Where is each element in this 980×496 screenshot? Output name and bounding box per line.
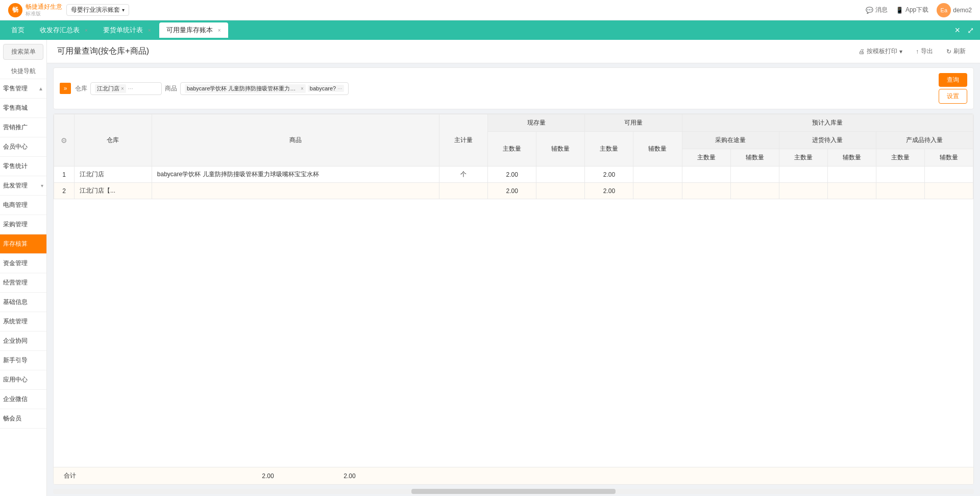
export-icon: ↑ (916, 48, 919, 55)
col-settings-header[interactable]: ⚙ (54, 114, 75, 167)
page-header: 可用量查询(按仓库+商品) 🖨 按模板打印 ▾ ↑ 导出 ↻ 刷新 (47, 40, 980, 63)
col-avail-main-header: 主数量 (585, 132, 633, 167)
sidebar-item-purchase[interactable]: 采购管理 (0, 215, 46, 234)
bottom-scrollbar[interactable] (53, 489, 974, 494)
message-btn[interactable]: 💬 消息 (866, 6, 888, 14)
tab-inventory[interactable]: 可用量库存账本 × (159, 22, 228, 38)
product-tag-2: babycare? ··· (308, 85, 345, 92)
quick-nav-btn[interactable]: 快捷导航 (0, 64, 46, 79)
query-btn[interactable]: 查询 (939, 73, 967, 87)
tab-home[interactable]: 首页 (4, 22, 32, 38)
main-layout: 搜索菜单 快捷导航 零售管理 ▲ 零售商城 营销推广 会员中心 零售统计 批发管… (0, 40, 980, 496)
sidebar-item-wechat[interactable]: 企业微信 (0, 390, 46, 409)
app-download-btn[interactable]: 📱 App下载 (896, 6, 928, 14)
row-num-1: 1 (54, 167, 75, 183)
expand-arrow-icon: ▲ (38, 86, 43, 91)
search-menu-btn[interactable]: 搜索菜单 (3, 44, 43, 60)
row-num-2: 2 (54, 183, 75, 199)
sidebar-item-retail-stats[interactable]: 零售统计 (0, 157, 46, 176)
print-template-btn[interactable]: 🖨 按模板打印 ▾ (854, 45, 906, 58)
warehouse-filter-dots[interactable]: ··· (128, 85, 133, 92)
store-name: 母婴行业演示账套 (71, 6, 120, 14)
row-current-main-2: 2.00 (488, 183, 536, 199)
product-filter-input[interactable]: babycare学饮杯 儿童防摔防撞吸管杯重力球吸嘴杯宝宝水杯 × babyca… (180, 82, 349, 95)
sidebar-item-ops[interactable]: 经营管理 (0, 273, 46, 293)
brand-name: 畅捷通好生意 (26, 3, 62, 10)
product-tag-1-value: babycare学饮杯 儿童防摔防撞吸管杯重力球吸嘴杯宝宝水杯 (187, 85, 299, 92)
row-purchase-aux-1 (730, 167, 779, 183)
expand-arrow-icon: ▾ (41, 183, 43, 188)
sidebar-item-wholesale[interactable]: 批发管理 ▾ (0, 176, 46, 196)
export-label: 导出 (921, 47, 933, 56)
product-filter-dots[interactable]: ··· (337, 85, 342, 91)
table-container: ⚙ 仓库 商品 主计量 现存量 可用量 预计入库量 主数量 辅数量 (53, 113, 974, 485)
sidebar-item-inventory-check[interactable]: 库存核算 (0, 234, 46, 254)
sidebar-item-retail-mgmt[interactable]: 零售管理 ▲ (0, 79, 46, 99)
sidebar-item-ecommerce[interactable]: 电商管理 (0, 196, 46, 215)
sidebar-item-guide[interactable]: 新手引导 (0, 351, 46, 370)
sidebar-item-finance[interactable]: 资金管理 (0, 254, 46, 273)
content-area: 可用量查询(按仓库+商品) 🖨 按模板打印 ▾ ↑ 导出 ↻ 刷新 (47, 40, 980, 496)
tab-receivable-close[interactable]: × (85, 28, 88, 33)
sidebar-search-area: 搜索菜单 (0, 40, 46, 64)
tab-order[interactable]: 要货单统计表 × (96, 22, 158, 38)
settings-btn[interactable]: 设置 (939, 89, 967, 104)
expand-tabs-btn[interactable]: ⤢ (965, 26, 976, 35)
message-label: 消息 (875, 6, 888, 14)
close-all-tabs-btn[interactable]: × (950, 25, 964, 36)
sidebar-item-enterprise[interactable]: 企业协同 (0, 332, 46, 351)
col-incoming-main-header: 主数量 (779, 149, 827, 167)
row-warehouse-2: 江北门店【... (75, 183, 152, 199)
col-purchase-main-header: 主数量 (682, 149, 730, 167)
user-avatar-btn[interactable]: Ea demo2 (937, 3, 972, 17)
row-purchase-main-2 (682, 183, 730, 199)
row-current-aux-2 (536, 183, 585, 199)
row-purchase-main-1 (682, 167, 730, 183)
col-current-stock-header: 现存量 (488, 114, 585, 132)
col-production-pending-header: 产成品待入量 (876, 132, 973, 149)
sidebar-item-vip[interactable]: 畅会员 (0, 409, 46, 429)
table-wrapper[interactable]: ⚙ 仓库 商品 主计量 现存量 可用量 预计入库量 主数量 辅数量 (54, 114, 973, 467)
print-arrow-icon: ▾ (899, 48, 902, 55)
sidebar-item-marketing[interactable]: 营销推广 (0, 118, 46, 137)
sidebar-item-retail-mall[interactable]: 零售商城 (0, 99, 46, 118)
product-tag-1-remove[interactable]: × (301, 86, 304, 91)
row-incoming-aux-2 (827, 183, 876, 199)
sidebar-item-basic[interactable]: 基础信息 (0, 293, 46, 312)
table-footer: 合计 2.00 2.00 (54, 467, 973, 484)
sidebar-item-app-center[interactable]: 应用中心 (0, 370, 46, 390)
product-tag-1: babycare学饮杯 儿童防摔防撞吸管杯重力球吸嘴杯宝宝水杯 × (185, 84, 306, 93)
app-download-label: App下载 (905, 6, 928, 14)
store-selector[interactable]: 母婴行业演示账套 ▾ (66, 4, 129, 16)
print-icon: 🖨 (859, 48, 865, 55)
row-current-main-1: 2.00 (488, 167, 536, 183)
col-product-header: 商品 (152, 114, 439, 167)
warehouse-tag-remove[interactable]: × (121, 86, 124, 91)
product-filter-label: 商品 (165, 84, 177, 93)
export-btn[interactable]: ↑ 导出 (912, 45, 937, 58)
top-bar-right: 💬 消息 📱 App下载 Ea demo2 (866, 3, 972, 17)
row-product-1: babycare学饮杯 儿童防摔防撞吸管杯重力球吸嘴杯宝宝水杯 (152, 167, 439, 183)
filter-expand-btn[interactable]: » (60, 83, 71, 94)
sidebar-item-member[interactable]: 会员中心 (0, 137, 46, 157)
col-avail-aux-header: 辅数量 (633, 132, 682, 167)
warehouse-tag-value: 江北门店 (97, 85, 119, 92)
col-purchase-intransit-header: 采购在途量 (682, 132, 779, 149)
col-unit-header: 主计量 (439, 114, 488, 167)
sidebar-item-system[interactable]: 系统管理 (0, 312, 46, 332)
row-production-aux-2 (924, 183, 973, 199)
table-row: 1 江北门店 babycare学饮杯 儿童防摔防撞吸管杯重力球吸嘴杯宝宝水杯 个… (54, 167, 973, 183)
col-incoming-aux-header: 辅数量 (827, 149, 876, 167)
warehouse-filter-input[interactable]: 江北门店 × ··· (90, 82, 162, 95)
col-production-aux-header: 辅数量 (924, 149, 973, 167)
tab-order-close[interactable]: × (148, 28, 151, 33)
avatar: Ea (937, 3, 951, 17)
refresh-btn[interactable]: ↻ 刷新 (942, 45, 970, 58)
tab-receivable[interactable]: 收发存汇总表 × (33, 22, 95, 38)
table-row: 2 江北门店【... 2.00 2.00 (54, 183, 973, 199)
settings-icon: ⚙ (61, 136, 67, 145)
page-title: 可用量查询(按仓库+商品) (57, 46, 149, 57)
tab-inventory-close[interactable]: × (218, 28, 221, 33)
nav-tabs: 首页 收发存汇总表 × 要货单统计表 × 可用量库存账本 × × ⤢ (0, 20, 980, 40)
scrollbar-thumb (411, 489, 616, 494)
